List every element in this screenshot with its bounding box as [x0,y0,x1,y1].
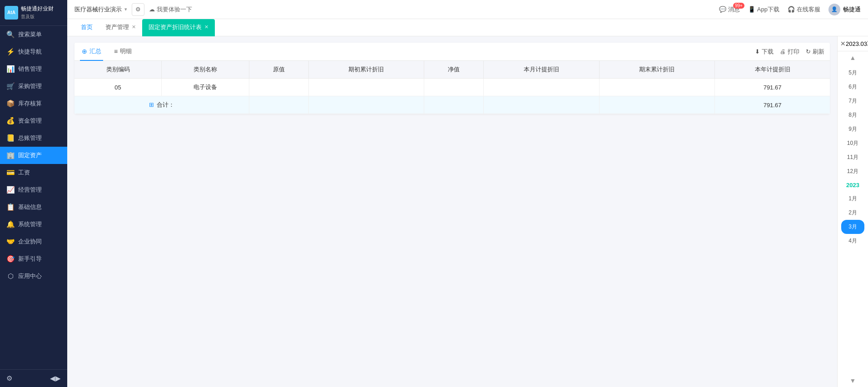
total-monthly [483,96,599,114]
sidebar-item-quicknav[interactable]: ⚡ 快捷导航 [0,43,67,60]
refresh-label: 刷新 [813,48,824,56]
sidebar-item-operations[interactable]: 📈 经营管理 [0,181,67,198]
purchase-icon: 🛒 [6,82,15,90]
download-button[interactable]: ⬇ 下载 [755,48,774,56]
tab-home[interactable]: 首页 [74,19,99,36]
close-icon[interactable]: ✕ [204,24,208,30]
col-original: 原值 [249,61,308,79]
total-net [424,96,484,114]
sidebar-item-label: 销售管理 [18,65,42,73]
sidebar-item-basic-info[interactable]: 📋 基础信息 [0,198,67,216]
sidebar-item-fixed-assets[interactable]: 🏢 固定资产 [0,147,67,164]
cloud-icon: ☁ [149,6,155,13]
date-scroll-up[interactable]: ▲ [838,51,868,64]
main-area: 医疗器械行业演示 ▾ ⚙ ☁ 我要体验一下 💬 消息 99+ 📱 App下载 🎧… [67,0,868,387]
col-beginning-accumulated: 期初累计折旧 [308,61,424,79]
sales-icon: 📊 [6,65,15,73]
topbar: 医疗器械行业演示 ▾ ⚙ ☁ 我要体验一下 💬 消息 99+ 📱 App下载 🎧… [67,0,868,19]
cell-code: 05 [74,79,162,96]
sidebar-item-label: 经营管理 [18,186,42,194]
sidebar-item-collaboration[interactable]: 🤝 企业协同 [0,233,67,250]
sidebar-item-payroll[interactable]: 💳 工资 [0,164,67,181]
settings-button[interactable]: ⚙ [132,3,144,16]
month-item-1[interactable]: 1月 [838,192,868,206]
experience-label: 我要体验一下 [157,5,192,14]
username: 畅捷通 [843,5,861,14]
sidebar-item-label: 快捷导航 [18,48,42,56]
sidebar-item-label: 企业协同 [18,238,42,246]
experience-button[interactable]: ☁ 我要体验一下 [149,5,192,14]
logo-title: 畅捷通好业财 [21,5,54,13]
sidebar-item-guide[interactable]: 🎯 新手引导 [0,250,67,268]
month-item-9[interactable]: 9月 [838,122,868,136]
chevron-down-icon: ▾ [124,6,127,12]
sidebar-item-app-center[interactable]: ⬡ 应用中心 [0,268,67,285]
messages-badge: 99+ [733,3,744,9]
month-item-4[interactable]: 4月 [838,234,868,248]
user-menu[interactable]: 👤 畅捷通 [828,4,861,15]
app-download-button[interactable]: 📱 App下载 [748,5,779,14]
company-name: 医疗器械行业演示 [74,5,122,14]
sidebar-item-search[interactable]: 🔍 搜索菜单 [0,26,67,43]
tab-depreciation-report[interactable]: 固定资产折旧统计表 ✕ [142,19,215,36]
cell-ending-accumulated [599,79,715,96]
avatar: 👤 [828,4,840,15]
month-item-3-active[interactable]: 3月 [841,220,864,234]
month-item-5[interactable]: 5月 [838,66,868,80]
company-selector[interactable]: 医疗器械行业演示 ▾ [74,5,127,14]
sub-tab-label: 明细 [120,47,132,55]
date-panel: ✕ 2023.03 ⛶ ▲ 5月 6月 7月 8月 9月 10月 11月 12月… [837,36,868,387]
month-item-12[interactable]: 12月 [838,164,868,179]
month-item-10[interactable]: 10月 [838,136,868,150]
month-item-8[interactable]: 8月 [838,108,868,122]
cell-original [249,79,308,96]
sub-tab-detail[interactable]: ≡ 明细 [112,43,134,61]
sidebar-item-label: 采购管理 [18,82,42,90]
refresh-button[interactable]: ↻ 刷新 [806,48,824,56]
sidebar-item-label: 工资 [18,169,30,177]
print-label: 打印 [788,48,799,56]
sidebar-item-inventory[interactable]: 📦 库存核算 [0,95,67,112]
collaboration-icon: 🤝 [6,238,15,246]
sidebar-item-label: 应用中心 [18,272,42,280]
messages-button[interactable]: 💬 消息 99+ [719,5,740,14]
col-monthly: 本月计提折旧 [483,61,599,79]
tab-asset-management[interactable]: 资产管理 ✕ [99,19,142,36]
online-service-button[interactable]: 🎧 在线客服 [788,5,820,14]
sidebar-item-ledger[interactable]: 📒 总账管理 [0,129,67,147]
total-original [249,96,308,114]
tab-label: 资产管理 [105,23,129,31]
sidebar-nav: 🔍 搜索菜单 ⚡ 快捷导航 📊 销售管理 🛒 采购管理 📦 库存核算 💰 资金管… [0,26,67,369]
month-item-6[interactable]: 6月 [838,80,868,94]
sidebar-item-label: 新手引导 [18,255,42,263]
app-download-label: App下载 [757,5,779,14]
close-panel-icon[interactable]: ✕ [840,40,846,47]
col-name: 类别名称 [162,61,249,79]
sidebar-item-system[interactable]: 🔔 系统管理 [0,216,67,233]
system-icon: 🔔 [6,220,15,228]
sidebar-bottom: ⚙ ◀▶ [0,369,67,387]
month-item-7[interactable]: 7月 [838,94,868,108]
ledger-icon: 📒 [6,134,15,142]
sidebar-item-purchase[interactable]: 🛒 采购管理 [0,78,67,95]
col-net: 净值 [424,61,484,79]
sub-tab-summary[interactable]: ⊕ 汇总 [80,43,103,61]
total-icon: ⊞ [149,101,154,108]
report-card: ⊕ 汇总 ≡ 明细 ⬇ 下载 🖨 [74,43,830,114]
settings-icon[interactable]: ⚙ [6,374,12,382]
print-button[interactable]: 🖨 打印 [780,48,799,56]
app-center-icon: ⬡ [6,272,15,280]
table-toolbar: ⬇ 下载 🖨 打印 ↻ 刷新 [755,48,824,56]
cell-net [424,79,484,96]
inventory-icon: 📦 [6,99,15,108]
month-item-2[interactable]: 2月 [838,206,868,220]
quick-nav-icon: ⚡ [6,48,15,56]
sidebar-item-sales[interactable]: 📊 销售管理 [0,60,67,78]
month-item-11[interactable]: 11月 [838,150,868,164]
basic-info-icon: 📋 [6,203,15,211]
sidebar-item-finance[interactable]: 💰 资金管理 [0,112,67,129]
date-scroll-down[interactable]: ▼ [838,374,868,387]
collapse-icon[interactable]: ◀▶ [50,374,61,382]
close-icon[interactable]: ✕ [132,24,136,30]
sidebar-item-label: 固定资产 [18,151,42,159]
